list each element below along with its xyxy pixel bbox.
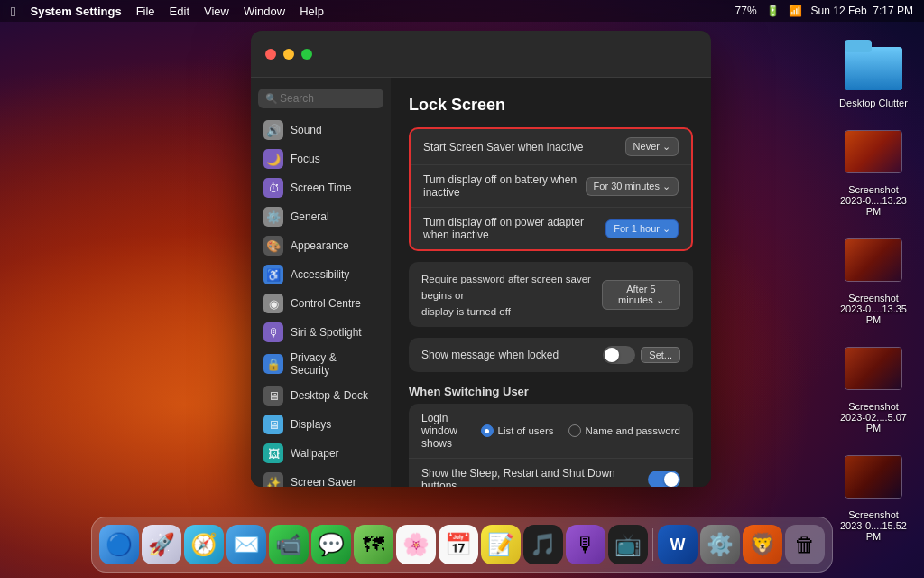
- display-power-dropdown[interactable]: For 1 hour ⌄: [605, 219, 679, 238]
- screen-saver-dropdown[interactable]: Never ⌄: [625, 137, 679, 156]
- dock-separator: [652, 528, 653, 561]
- require-password-dropdown[interactable]: After 5 minutes ⌄: [602, 280, 680, 310]
- menubar-right: 77% 🔋 📶 Sun 12 Feb 7:17 PM: [735, 5, 913, 17]
- sleep-restart-toggle[interactable]: [648, 471, 680, 487]
- display-power-value: For 1 hour ⌄: [605, 219, 679, 238]
- dock-calendar[interactable]: 📅: [439, 525, 478, 564]
- window-menu[interactable]: Window: [244, 5, 285, 18]
- search-input[interactable]: [258, 89, 383, 108]
- help-menu[interactable]: Help: [300, 5, 324, 18]
- dock-word[interactable]: W: [658, 525, 698, 564]
- dock-finder[interactable]: 🔵: [99, 525, 139, 564]
- search-container: 🔍: [251, 85, 391, 116]
- file-menu[interactable]: File: [136, 5, 155, 18]
- sidebar-item-siri-spotlight[interactable]: 🎙 Siri & Spotlight: [254, 318, 387, 347]
- apple-menu[interactable]: : [11, 4, 15, 19]
- sidebar-label-accessibility: Accessibility: [291, 268, 349, 281]
- dock-podcasts[interactable]: 🎙: [566, 525, 605, 564]
- screen-saver-label: Start Screen Saver when inactive: [423, 141, 625, 154]
- sidebar-item-screen-time[interactable]: ⏱ Screen Time: [254, 173, 387, 202]
- sidebar-item-general[interactable]: ⚙️ General: [254, 202, 387, 231]
- titlebar: [251, 31, 711, 78]
- view-menu[interactable]: View: [204, 5, 229, 18]
- edit-menu[interactable]: Edit: [170, 5, 189, 18]
- show-message-value: Set...: [603, 346, 680, 364]
- screenshot-2-label: Screenshot2023-0....13.35 PM: [837, 293, 910, 325]
- radio-name-password[interactable]: Name and password: [568, 424, 680, 437]
- dock-music[interactable]: 🎵: [523, 525, 563, 564]
- menubar:  System Settings File Edit View Window …: [0, 0, 924, 22]
- screenshot-2[interactable]: Screenshot2023-0....13.35 PM: [837, 231, 910, 325]
- screenshot-4[interactable]: Screenshot2023-0....15.52 PM: [837, 448, 910, 542]
- sidebar-label-desktop-dock: Desktop & Dock: [291, 389, 368, 402]
- desktop-icon-folder[interactable]: Desktop Clutter: [837, 36, 910, 108]
- accessibility-icon: ♿: [263, 265, 283, 284]
- sidebar-item-screen-saver[interactable]: ✨ Screen Saver: [254, 468, 387, 487]
- sleep-restart-value: [648, 471, 680, 487]
- wallpaper-icon: 🖼: [263, 443, 283, 463]
- display-battery-value: For 30 minutes ⌄: [586, 177, 679, 196]
- sidebar-item-control-centre[interactable]: ◉ Control Centre: [254, 289, 387, 318]
- login-window-row: Login window shows List of users Name an…: [409, 404, 693, 459]
- svg-rect-1: [845, 47, 902, 90]
- sleep-restart-row: Show the Sleep, Restart and Shut Down bu…: [409, 459, 693, 487]
- sidebar-item-appearance[interactable]: 🎨 Appearance: [254, 231, 387, 260]
- sidebar-item-privacy-security[interactable]: 🔒 Privacy & Security: [254, 347, 387, 381]
- menubar-left:  System Settings File Edit View Window …: [11, 4, 324, 19]
- sidebar-item-accessibility[interactable]: ♿ Accessibility: [254, 260, 387, 289]
- dock-messages[interactable]: 💬: [311, 525, 351, 564]
- screenshot-1[interactable]: Screenshot2023-0....13.23 PM: [837, 123, 910, 217]
- dock-photos[interactable]: 🌸: [396, 525, 436, 564]
- screenshot-3[interactable]: Screenshot2023-02....5.07 PM: [837, 340, 910, 434]
- radio-list-users[interactable]: List of users: [481, 424, 554, 437]
- dock-maps[interactable]: 🗺: [354, 525, 393, 564]
- focus-icon: 🌙: [263, 149, 283, 169]
- general-icon: ⚙️: [263, 207, 283, 227]
- screen-saver-group: Start Screen Saver when inactive Never ⌄…: [409, 127, 693, 251]
- control-centre-icon: ◉: [263, 294, 283, 313]
- login-window-options: List of users Name and password: [481, 424, 680, 437]
- display-battery-row: Turn display off on battery when inactiv…: [411, 165, 691, 208]
- screenshot-4-label: Screenshot2023-0....15.52 PM: [837, 509, 910, 542]
- sidebar-label-sound: Sound: [291, 124, 322, 136]
- display-power-row: Turn display off on power adapter when i…: [411, 208, 691, 249]
- sidebar-label-general: General: [291, 210, 329, 223]
- sidebar-label-appearance: Appearance: [291, 239, 349, 252]
- dock-system-settings[interactable]: ⚙️: [700, 525, 740, 564]
- privacy-icon: 🔒: [263, 354, 283, 374]
- dock-trash[interactable]: 🗑: [785, 525, 825, 564]
- app-name-menu[interactable]: System Settings: [30, 5, 121, 18]
- radio-list-users-circle: [481, 424, 494, 437]
- require-password-label: Require password after screen saver begi…: [421, 274, 591, 317]
- dock-safari[interactable]: 🧭: [184, 525, 224, 564]
- settings-window: 🔍 🔊 Sound 🌙 Focus ⏱ Screen Time: [251, 31, 711, 487]
- display-battery-dropdown[interactable]: For 30 minutes ⌄: [586, 177, 679, 196]
- sidebar-item-sound[interactable]: 🔊 Sound: [254, 116, 387, 144]
- sidebar-item-focus[interactable]: 🌙 Focus: [254, 144, 387, 173]
- sleep-restart-label: Show the Sleep, Restart and Shut Down bu…: [421, 467, 648, 487]
- dock-tv[interactable]: 📺: [608, 525, 648, 564]
- radio-list-users-label: List of users: [498, 425, 554, 436]
- screen-saver-value: Never ⌄: [625, 137, 679, 156]
- dock-facetime[interactable]: 📹: [269, 525, 309, 564]
- sidebar-item-wallpaper[interactable]: 🖼 Wallpaper: [254, 439, 387, 468]
- screenshot-1-label: Screenshot2023-0....13.23 PM: [837, 184, 910, 217]
- sidebar-item-displays[interactable]: 🖥 Displays: [254, 410, 387, 439]
- minimize-button[interactable]: [283, 49, 294, 60]
- dock-notes[interactable]: 📝: [481, 525, 521, 564]
- sidebar-label-privacy: Privacy & Security: [291, 351, 378, 377]
- close-button[interactable]: [265, 49, 276, 60]
- screen-time-icon: ⏱: [263, 178, 283, 198]
- dock-brave[interactable]: 🦁: [743, 525, 782, 564]
- window-body: 🔍 🔊 Sound 🌙 Focus ⏱ Screen Time: [251, 78, 711, 487]
- show-message-toggle[interactable]: [603, 346, 635, 364]
- page-title: Lock Screen: [409, 96, 693, 115]
- sidebar-item-desktop-dock[interactable]: 🖥 Desktop & Dock: [254, 381, 387, 410]
- radio-name-password-label: Name and password: [586, 425, 680, 436]
- switching-user-group: Login window shows List of users Name an…: [409, 404, 693, 487]
- dock-launchpad[interactable]: 🚀: [142, 525, 181, 564]
- dock-mail[interactable]: ✉️: [226, 525, 266, 564]
- maximize-button[interactable]: [301, 49, 312, 60]
- set-button[interactable]: Set...: [641, 347, 680, 363]
- sidebar-label-wallpaper: Wallpaper: [291, 447, 339, 460]
